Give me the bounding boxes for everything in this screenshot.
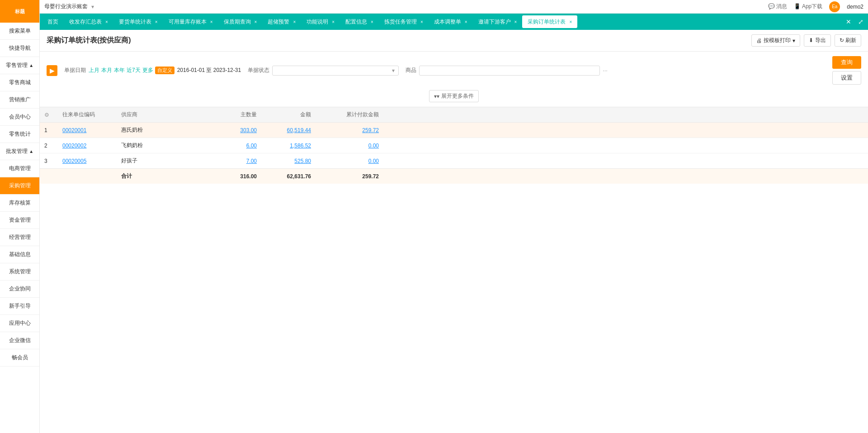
- expand-conditions-button[interactable]: ▾▾ 展开更多条件: [429, 90, 479, 102]
- date-custom-badge[interactable]: 自定义: [155, 67, 175, 74]
- row-amount[interactable]: 60,519.44: [261, 123, 316, 138]
- row-amount[interactable]: 1,586.52: [261, 138, 316, 153]
- col-amount-header: 金额: [261, 107, 316, 123]
- nav-tab-拣货任务管理[interactable]: 拣货任务管理 ×: [379, 15, 429, 28]
- sidebar-item-快捷导航[interactable]: 快捷导航: [0, 40, 40, 57]
- sidebar-item-零售商城[interactable]: 零售商城: [0, 74, 40, 91]
- sidebar-item-零售管理[interactable]: 零售管理 ▲: [0, 57, 40, 74]
- app-download-icon[interactable]: 📱 App下载: [794, 3, 822, 10]
- row-code[interactable]: 00020005: [58, 153, 117, 169]
- col-settings: ⚙: [40, 107, 58, 123]
- sidebar-item-企业协同[interactable]: 企业协同: [0, 281, 40, 298]
- sidebar-item-零售统计[interactable]: 零售统计: [0, 126, 40, 143]
- nav-tab-采购订单统计表[interactable]: 采购订单统计表 ×: [522, 15, 577, 28]
- tab-close-icon[interactable]: ×: [332, 19, 335, 24]
- table-container: ⚙ 往来单位编码 供应商 主数量 金额 累计付款金额 1 00020001 惠氏…: [40, 107, 868, 433]
- status-label: 单据状态: [248, 67, 269, 74]
- row-amount[interactable]: 525.80: [261, 153, 316, 169]
- tab-close-icon[interactable]: ×: [105, 19, 108, 24]
- page-header: 采购订单统计表(按供应商) 🖨 按模板打印 ▾ ⬇ 导出 ↻ 刷新: [40, 30, 868, 52]
- user-avatar[interactable]: Ea: [829, 1, 840, 12]
- goods-input[interactable]: [419, 66, 600, 76]
- nav-tab-收发存汇总表[interactable]: 收发存汇总表 ×: [64, 15, 113, 28]
- footer-rest: [383, 169, 868, 184]
- row-paid[interactable]: 259.72: [316, 123, 383, 138]
- row-qty[interactable]: 303.00: [207, 123, 261, 138]
- row-rest: [383, 138, 868, 153]
- tab-close-icon[interactable]: ×: [371, 19, 373, 24]
- nav-tab-邀请下游客户[interactable]: 邀请下游客户 ×: [473, 15, 523, 28]
- date-link-7days[interactable]: 近7天: [127, 67, 141, 74]
- sidebar-item-畅会员[interactable]: 畅会员: [0, 349, 40, 366]
- row-qty[interactable]: 7.00: [207, 153, 261, 169]
- tab-close-icon[interactable]: ×: [210, 19, 213, 24]
- refresh-button[interactable]: ↻ 刷新: [835, 34, 861, 47]
- export-button[interactable]: ⬇ 导出: [804, 34, 830, 47]
- row-code[interactable]: 00020001: [58, 123, 117, 138]
- nav-tab-要货单统计表[interactable]: 要货单统计表 ×: [113, 15, 163, 28]
- message-icon[interactable]: 💬 消息: [768, 3, 787, 10]
- sidebar-item-应用中心[interactable]: 应用中心: [0, 315, 40, 332]
- row-paid[interactable]: 0.00: [316, 153, 383, 169]
- nav-tab-保质期查询[interactable]: 保质期查询 ×: [218, 15, 263, 28]
- row-index: 2: [40, 138, 58, 153]
- sidebar-item-会员中心[interactable]: 会员中心: [0, 109, 40, 126]
- settings-button[interactable]: 设置: [832, 71, 861, 85]
- table-footer-row: 合计 316.00 62,631.76 259.72: [40, 169, 868, 184]
- dropdown-label[interactable]: 母婴行业演示账套: [44, 3, 88, 10]
- settings-icon[interactable]: ⚙: [44, 112, 49, 118]
- row-qty[interactable]: 6.00: [207, 138, 261, 153]
- sidebar-item-系统管理[interactable]: 系统管理: [0, 263, 40, 281]
- tab-close-icon[interactable]: ×: [465, 19, 467, 24]
- sidebar: 标题 搜索菜单快捷导航零售管理 ▲零售商城营销推广会员中心零售统计批发管理 ▲电…: [0, 0, 40, 433]
- refresh-icon: ↻: [840, 37, 844, 43]
- filter-status-group: 单据状态 ▾: [248, 66, 399, 76]
- sidebar-item-企业微信[interactable]: 企业微信: [0, 332, 40, 349]
- row-paid[interactable]: 0.00: [316, 138, 383, 153]
- sidebar-item-经营管理[interactable]: 经营管理: [0, 229, 40, 246]
- sidebar-item-新手引导[interactable]: 新手引导: [0, 298, 40, 315]
- status-select[interactable]: ▾: [272, 66, 399, 76]
- tab-close-icon[interactable]: ×: [514, 19, 517, 24]
- tab-close-icon[interactable]: ×: [155, 19, 158, 24]
- dropdown-arrow-icon[interactable]: ▾: [91, 4, 94, 10]
- footer-empty1: [40, 169, 58, 184]
- sidebar-item-库存核算[interactable]: 库存核算: [0, 195, 40, 212]
- nav-tab-超储预警[interactable]: 超储预警 ×: [262, 15, 301, 28]
- tab-close-icon[interactable]: ×: [420, 19, 423, 24]
- date-link-this-year[interactable]: 本年: [114, 67, 125, 74]
- nav-tabs: 首页 收发存汇总表 ×要货单统计表 ×可用量库存账本 ×保质期查询 ×超储预警 …: [40, 14, 868, 30]
- tab-home[interactable]: 首页: [42, 18, 64, 26]
- nav-tab-成本调整单[interactable]: 成本调整单 ×: [429, 15, 473, 28]
- date-link-more[interactable]: 更多: [142, 67, 153, 74]
- query-button[interactable]: 查询: [832, 56, 861, 69]
- app-logo: 标题: [0, 0, 40, 23]
- date-shortcuts: 上月 本月 本年 近7天 更多 自定义: [89, 67, 175, 74]
- date-link-last-month[interactable]: 上月: [89, 67, 99, 74]
- date-range-display[interactable]: 2016-01-01 至 2023-12-31: [177, 67, 241, 74]
- print-template-button[interactable]: 🖨 按模板打印 ▾: [751, 34, 800, 47]
- date-link-this-month[interactable]: 本月: [101, 67, 112, 74]
- username[interactable]: demo2: [847, 4, 863, 10]
- sidebar-item-采购管理[interactable]: 采购管理: [0, 177, 40, 195]
- more-icon[interactable]: ···: [603, 67, 608, 74]
- tab-close-icon[interactable]: ×: [293, 19, 296, 24]
- row-rest: [383, 153, 868, 169]
- sidebar-item-资金管理[interactable]: 资金管理: [0, 212, 40, 229]
- row-code[interactable]: 00020002: [58, 138, 117, 153]
- nav-tab-可用量库存账本[interactable]: 可用量库存账本 ×: [163, 15, 218, 28]
- nav-expand-btn[interactable]: ⤢: [856, 17, 866, 26]
- table-row: 1 00020001 惠氏奶粉 303.00 60,519.44 259.72: [40, 123, 868, 138]
- sidebar-item-批发管理[interactable]: 批发管理 ▲: [0, 143, 40, 160]
- nav-tab-配置信息[interactable]: 配置信息 ×: [340, 15, 379, 28]
- sidebar-item-电商管理[interactable]: 电商管理: [0, 160, 40, 177]
- nav-close-btn[interactable]: ✕: [844, 17, 854, 26]
- sidebar-item-营销推广[interactable]: 营销推广: [0, 91, 40, 109]
- nav-tab-功能说明[interactable]: 功能说明 ×: [301, 15, 340, 28]
- sidebar-item-搜索菜单[interactable]: 搜索菜单: [0, 23, 40, 40]
- tab-close-icon[interactable]: ×: [569, 19, 572, 24]
- sidebar-item-基础信息[interactable]: 基础信息: [0, 246, 40, 263]
- filter-toggle-arrow[interactable]: ▶: [47, 65, 57, 76]
- tab-close-icon[interactable]: ×: [255, 19, 257, 24]
- footer-paid: 259.72: [316, 169, 383, 184]
